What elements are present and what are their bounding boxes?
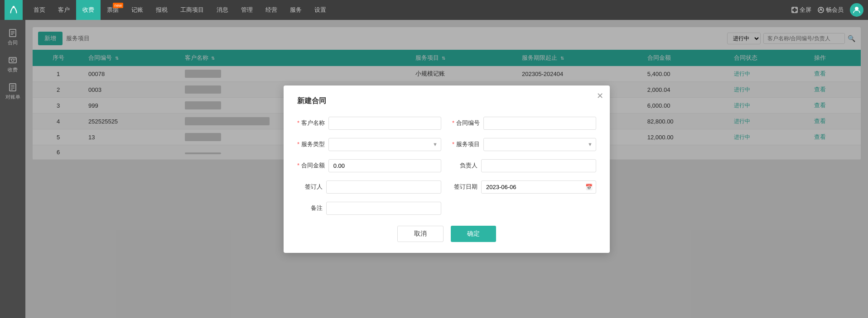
bill-icon — [8, 82, 18, 92]
modal-title: 新建合同 — [297, 96, 596, 106]
form-group-service-type: 服务类型 ▼ — [297, 138, 441, 151]
svg-rect-11 — [10, 84, 16, 91]
remark-input[interactable] — [326, 202, 441, 215]
person-in-charge-label: 负责人 — [452, 161, 477, 170]
modal-close-button[interactable]: ✕ — [597, 91, 603, 101]
svg-rect-8 — [9, 57, 16, 63]
form-group-customer: 客户名称 — [297, 117, 441, 130]
form-group-person-in-charge: 负责人 — [452, 159, 596, 172]
contract-icon — [8, 28, 18, 38]
fullscreen-btn[interactable]: 全屏 — [791, 6, 811, 14]
form-row-3: 合同金额 负责人 — [297, 159, 596, 172]
service-type-select[interactable] — [328, 138, 441, 151]
service-item-label: 服务项目 — [452, 140, 480, 148]
nav-item-jizhan[interactable]: 记账 — [125, 0, 149, 20]
nav-item-xiaoxi[interactable]: 消息 — [210, 0, 235, 20]
nav-item-guanli[interactable]: 管理 — [235, 0, 259, 20]
main-content: 新增 服务项目 进行中全部已完成已终止 🔍 序号 合同编号 ⇅ 客户名称 ⇅ 服… — [25, 20, 868, 318]
amount-input[interactable] — [328, 159, 441, 172]
form-group-sign-date: 签订日期 📅 — [452, 180, 596, 194]
confirm-button[interactable]: 确定 — [451, 226, 496, 242]
new-contract-modal: ✕ 新建合同 客户名称 合同编号 服务类型 — [284, 85, 610, 253]
contract-no-label: 合同编号 — [452, 119, 480, 127]
top-nav: 首页 客户 收费 票据 new 记账 报税 工商项目 消息 管理 经营 服务 设… — [0, 0, 868, 20]
remark-label: 备注 — [297, 204, 323, 212]
new-badge: new — [113, 3, 123, 8]
form-row-1: 客户名称 合同编号 — [297, 117, 596, 130]
calendar-icon: 📅 — [585, 184, 593, 190]
nav-item-jingying[interactable]: 经营 — [259, 0, 284, 20]
form-group-signer: 签订人 — [297, 180, 441, 194]
sign-date-label: 签订日期 — [452, 183, 477, 191]
service-type-label: 服务类型 — [297, 140, 325, 148]
svg-point-0 — [13, 6, 15, 8]
form-group-service-item: 服务项目 ▼ — [452, 138, 596, 151]
signer-input[interactable] — [326, 180, 441, 194]
fee-icon — [8, 55, 18, 65]
svg-point-3 — [855, 7, 858, 10]
main-layout: 合同 收费 对账单 — [0, 20, 868, 318]
contract-no-input[interactable] — [483, 117, 596, 130]
customer-name-label: 客户名称 — [297, 119, 325, 127]
avatar[interactable] — [850, 3, 863, 17]
person-in-charge-input[interactable] — [481, 159, 596, 172]
form-row-5: 备注 — [297, 202, 596, 215]
nav-item-fuwu[interactable]: 服务 — [284, 0, 308, 20]
sidebar-item-fee[interactable]: 收费 — [1, 52, 24, 77]
form-group-remark: 备注 — [297, 202, 441, 215]
svg-rect-1 — [792, 7, 797, 13]
customer-name-input[interactable] — [328, 117, 441, 130]
form-row-4: 签订人 签订日期 📅 — [297, 180, 596, 194]
nav-item-gongshang[interactable]: 工商项目 — [174, 0, 210, 20]
form-row-2: 服务类型 ▼ 服务项目 ▼ — [297, 138, 596, 151]
sidebar-item-bill[interactable]: 对账单 — [1, 79, 24, 104]
nav-item-shoufei[interactable]: 收费 — [76, 0, 101, 20]
service-item-select[interactable] — [483, 138, 596, 151]
nav-item-customer[interactable]: 客户 — [52, 0, 76, 20]
top-nav-right: 全屏 畅会员 — [791, 3, 863, 17]
nav-item-home[interactable]: 首页 — [27, 0, 52, 20]
sidebar-item-contract[interactable]: 合同 — [1, 24, 24, 50]
member-btn[interactable]: 畅会员 — [818, 6, 844, 14]
cancel-button[interactable]: 取消 — [397, 226, 444, 242]
logo — [5, 0, 23, 20]
amount-label: 合同金额 — [297, 161, 325, 170]
form-group-amount: 合同金额 — [297, 159, 441, 172]
nav-item-baoshui[interactable]: 报税 — [149, 0, 174, 20]
nav-item-shezhi[interactable]: 设置 — [308, 0, 333, 20]
form-group-contract-no: 合同编号 — [452, 117, 596, 130]
modal-overlay: ✕ 新建合同 客户名称 合同编号 服务类型 — [25, 20, 868, 318]
nav-item-piaoju[interactable]: 票据 new — [101, 0, 125, 20]
sidebar: 合同 收费 对账单 — [0, 20, 25, 318]
sign-date-input[interactable] — [481, 180, 596, 194]
modal-footer: 取消 确定 — [297, 226, 596, 242]
signer-label: 签订人 — [297, 183, 323, 191]
